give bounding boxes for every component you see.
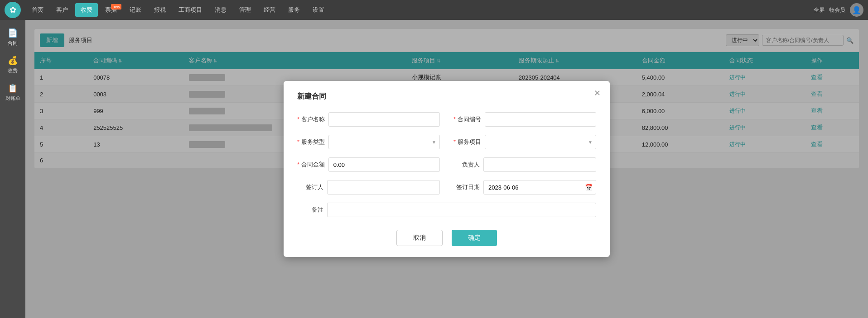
service-type-select[interactable]: [328, 135, 440, 149]
modal-footer: 取消 确定: [297, 230, 596, 246]
sidebar-item-billing[interactable]: 💰 收费: [1, 52, 24, 78]
field-responsible: 负责人: [453, 157, 596, 172]
service-item-select-wrap: ▼: [485, 135, 596, 149]
member-button[interactable]: 畅会员: [829, 6, 845, 14]
service-item-select[interactable]: [485, 135, 596, 149]
billing-icon: 💰: [8, 56, 18, 66]
field-contract-no: 合同编号: [453, 112, 596, 127]
signer-input[interactable]: [327, 180, 440, 195]
nav-home[interactable]: 首页: [26, 3, 49, 17]
responsible-label: 负责人: [453, 161, 480, 169]
signer-label: 签订人: [297, 183, 323, 191]
nav-customer[interactable]: 客户: [51, 3, 73, 17]
field-remark: 备注: [297, 203, 596, 217]
service-type-select-wrap: ▼: [328, 135, 440, 149]
nav-settings[interactable]: 设置: [307, 3, 330, 17]
sidebar-item-statement[interactable]: 📋 对账单: [1, 80, 24, 105]
nav-service[interactable]: 服务: [283, 3, 305, 17]
sidebar-item-contract[interactable]: 📄 合同: [1, 24, 24, 50]
remark-label: 备注: [297, 206, 323, 214]
sign-date-input[interactable]: [483, 180, 596, 195]
modal-title: 新建合同: [297, 92, 596, 101]
calendar-icon[interactable]: 📅: [585, 184, 593, 191]
nav-invoice[interactable]: 票据 new: [100, 3, 122, 17]
nav-items: 首页 客户 收费 票据 new 记账 报税 工商项目 消息 管理 经营 服务 设…: [26, 3, 814, 17]
sidebar-item-label-billing: 收费: [8, 67, 18, 74]
field-contract-amount: 合同金额: [297, 157, 440, 172]
cancel-button[interactable]: 取消: [396, 230, 443, 246]
contract-amount-input[interactable]: [328, 157, 440, 172]
logo-icon: ✿: [5, 2, 21, 18]
main-layout: 📄 合同 💰 收费 📋 对账单 新增 服务项目 进行中 已完成 已取消: [0, 20, 868, 318]
nav-business[interactable]: 工商项目: [173, 3, 207, 17]
modal-close-button[interactable]: ✕: [594, 88, 601, 98]
field-service-type: 服务类型 ▼: [297, 135, 440, 149]
new-badge: new: [111, 4, 121, 9]
service-item-label: 服务项目: [453, 138, 481, 146]
contract-icon: 📄: [8, 28, 18, 38]
service-type-label: 服务类型: [297, 138, 325, 146]
nav-operation[interactable]: 经营: [258, 3, 281, 17]
field-customer-name: 客户名称: [297, 112, 440, 127]
nav-billing[interactable]: 收费: [75, 3, 98, 17]
sidebar: 📄 合同 💰 收费 📋 对账单: [0, 20, 25, 318]
nav-tax[interactable]: 报税: [149, 3, 171, 17]
modal-dialog: 新建合同 ✕ 客户名称 合同编号 服务类型: [284, 81, 610, 257]
customer-name-input[interactable]: [328, 112, 440, 127]
fullscreen-button[interactable]: 全屏: [814, 6, 825, 14]
modal-form: 客户名称 合同编号 服务类型 ▼: [297, 112, 596, 217]
date-wrap: 📅: [483, 180, 596, 195]
content-area: 新增 服务项目 进行中 已完成 已取消 🔍 序号 合同编: [25, 20, 868, 318]
sign-date-label: 签订日期: [453, 183, 480, 191]
customer-name-label: 客户名称: [297, 115, 325, 123]
nav-manage[interactable]: 管理: [234, 3, 256, 17]
responsible-input[interactable]: [483, 157, 596, 172]
modal-overlay: 新建合同 ✕ 客户名称 合同编号 服务类型: [25, 20, 868, 318]
contract-amount-label: 合同金额: [297, 161, 325, 169]
statement-icon: 📋: [8, 83, 18, 93]
nav-right: 全屏 畅会员 👤: [814, 3, 863, 17]
confirm-button[interactable]: 确定: [452, 230, 497, 246]
remark-input[interactable]: [327, 203, 596, 217]
sidebar-item-label-statement: 对账单: [5, 95, 20, 102]
nav-message[interactable]: 消息: [209, 3, 232, 17]
avatar[interactable]: 👤: [850, 3, 863, 17]
field-signer: 签订人: [297, 180, 440, 195]
field-service-item: 服务项目 ▼: [453, 135, 596, 149]
field-sign-date: 签订日期 📅: [453, 180, 596, 195]
top-nav: ✿ 首页 客户 收费 票据 new 记账 报税 工商项目 消息 管理 经营 服务…: [0, 0, 868, 20]
sidebar-item-label-contract: 合同: [8, 40, 18, 47]
contract-no-label: 合同编号: [453, 115, 481, 123]
contract-no-input[interactable]: [485, 112, 596, 127]
nav-bookkeeping[interactable]: 记账: [124, 3, 147, 17]
